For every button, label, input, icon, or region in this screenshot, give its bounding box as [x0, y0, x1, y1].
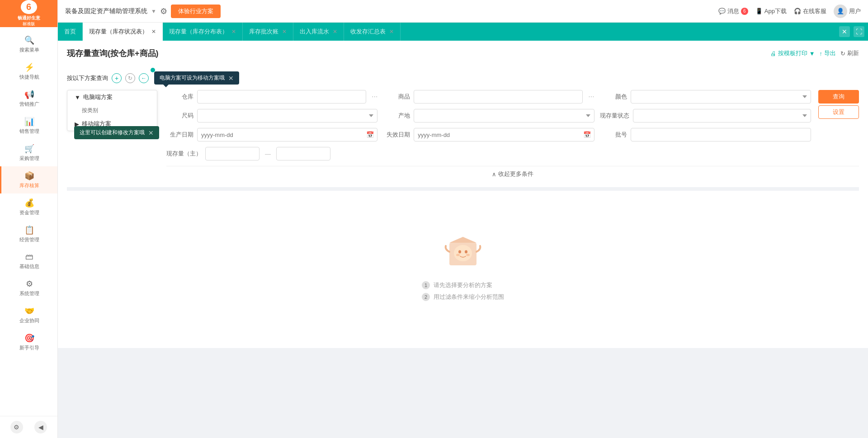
sidebar-item-inventory[interactable]: 📦 库存核算: [0, 166, 57, 193]
page-content: 现存量查询(按仓库+商品) 🖨 按模板打印 ▼ ↑ 导出 ↻ 刷新: [58, 41, 868, 438]
sidebar-item-label: 资金管理: [19, 209, 39, 216]
tab-label: 收发存汇总表: [350, 28, 386, 36]
app-download-button[interactable]: 📱 App下载: [755, 7, 787, 15]
tab-batch[interactable]: 库存批次账 ✕: [243, 23, 293, 41]
tab-inventory-status[interactable]: 现存量（库存状况表） ✕: [83, 23, 163, 41]
page-actions: 🖨 按模板打印 ▼ ↑ 导出 ↻ 刷新: [770, 49, 859, 57]
export-label: 导出: [824, 49, 836, 57]
app-download-label: App下载: [764, 7, 787, 15]
sidebar-item-label: 搜索菜单: [19, 47, 39, 53]
message-button[interactable]: 💬 消息 6: [718, 7, 748, 15]
sidebar-item-label: 销售管理: [19, 128, 39, 135]
industry-solution-button[interactable]: 体验行业方案: [171, 5, 221, 18]
sidebar-item-basic[interactable]: 🗃 基础信息: [0, 248, 57, 274]
topbar-right: 💬 消息 6 📱 App下载 🎧 在线客服 👤 用户: [718, 5, 861, 18]
filter-produce-date: 生产日期 📅: [166, 128, 377, 141]
filter-row-1: 仓库 ··· 商品 ··· 颜色: [166, 90, 811, 104]
batch-num-input[interactable]: [631, 128, 811, 141]
empty-steps: 1 请先选择要分析的方案 2 用过滤条件来缩小分析范围: [422, 281, 504, 305]
filter-row-3: 生产日期 📅 失效日期: [166, 128, 811, 141]
filter-row-2: 尺码 产地: [166, 109, 811, 122]
home-label: 首页: [64, 28, 76, 36]
goods-input[interactable]: [414, 90, 583, 104]
tabs-fullscreen-button[interactable]: ⛶: [854, 26, 864, 37]
stock-qty-to-input[interactable]: [276, 147, 330, 160]
settings-button[interactable]: ⚙: [10, 421, 23, 433]
sidebar-item-label: 快捷导航: [19, 74, 39, 80]
expire-date-from-input[interactable]: [414, 128, 594, 141]
stock-qty-from-input[interactable]: [205, 147, 259, 160]
warehouse-input[interactable]: [197, 90, 366, 104]
sidebar-item-quicknav[interactable]: ⚡ 快捷导航: [0, 58, 57, 85]
sidebar-item-system[interactable]: ⚙ 系统管理: [0, 274, 57, 301]
message-icon: 💬: [718, 8, 726, 14]
sidebar-item-purchase[interactable]: 🛒 采购管理: [0, 139, 57, 166]
section-divider: [67, 187, 859, 191]
sidebar-item-sales[interactable]: 📊 销售管理: [0, 112, 57, 139]
sidebar-item-marketing[interactable]: 📢 营销推广: [0, 85, 57, 112]
tab-close-icon[interactable]: ✕: [282, 28, 287, 35]
refresh-button[interactable]: ↻ 刷新: [840, 49, 859, 57]
sidebar-item-label: 经营管理: [19, 236, 39, 243]
origin-select[interactable]: [414, 109, 594, 122]
schema-tree-item-desktop[interactable]: ▼ 电脑端方案: [67, 90, 157, 104]
batch-num-label: 批号: [600, 131, 627, 139]
tab-close-icon[interactable]: ✕: [151, 28, 156, 35]
search-button[interactable]: 查询: [818, 90, 859, 104]
empty-state: 1 请先选择要分析的方案 2 用过滤条件来缩小分析范围: [67, 191, 859, 341]
tab-close-icon[interactable]: ✕: [389, 28, 394, 35]
goods-more-icon[interactable]: ···: [588, 93, 594, 101]
export-button[interactable]: ↑ 导出: [820, 49, 836, 57]
collapse-conditions-button[interactable]: ∧ 收起更多条件: [166, 166, 859, 182]
tab-close-icon[interactable]: ✕: [231, 28, 236, 35]
print-button[interactable]: 🖨 按模板打印 ▼: [770, 49, 815, 57]
tab-inventory-dist[interactable]: 现存量（库存分布表） ✕: [163, 23, 243, 41]
user-menu-button[interactable]: 👤 用户: [834, 5, 861, 18]
color-select[interactable]: [631, 90, 811, 104]
basic-icon: 🗃: [25, 252, 33, 262]
print-label: 按模板打印: [778, 49, 807, 57]
back-scheme-button[interactable]: ←: [139, 73, 149, 83]
refresh-scheme-button[interactable]: ↻: [125, 73, 135, 83]
add-scheme-button[interactable]: +: [112, 73, 122, 83]
scheme-tooltip: 电脑方案可设为移动方案哦 ✕: [154, 71, 239, 85]
edit-tooltip-text: 这里可以创建和修改方案哦: [80, 129, 145, 137]
sidebar-item-search[interactable]: 🔍 搜索菜单: [0, 31, 57, 58]
marketing-icon: 📢: [24, 89, 34, 99]
logo-symbol: 6: [26, 2, 31, 12]
tab-close-icon[interactable]: ✕: [333, 28, 337, 35]
sidebar-item-guide[interactable]: 🎯 新手引导: [0, 329, 57, 356]
warehouse-label: 仓库: [166, 93, 193, 101]
edit-tooltip-close[interactable]: ✕: [148, 129, 154, 137]
sidebar-item-finance[interactable]: 💰 资金管理: [0, 193, 57, 221]
tab-inout[interactable]: 出入库流水 ✕: [293, 23, 344, 41]
settings-icon[interactable]: ⚙: [160, 6, 167, 16]
scheme-tooltip-close[interactable]: ✕: [228, 75, 234, 82]
tabs-close-all-button[interactable]: ✕: [839, 26, 850, 37]
warehouse-more-icon[interactable]: ···: [372, 93, 377, 101]
color-label: 颜色: [600, 93, 627, 101]
sidebar-item-enterprise[interactable]: 🤝 企业协同: [0, 301, 57, 329]
operations-icon: 📋: [24, 225, 34, 235]
user-label: 用户: [849, 7, 861, 15]
main-content: 装备及固定资产辅助管理系统 ▼ ⚙ 体验行业方案 💬 消息 6 📱 App下载 …: [58, 0, 868, 438]
collapse-sidebar-button[interactable]: ◀: [34, 421, 47, 433]
stock-status-select[interactable]: [633, 109, 811, 122]
goods-label: 商品: [383, 93, 410, 101]
phone-icon: 📱: [755, 8, 763, 14]
empty-step-2: 2 用过滤条件来缩小分析范围: [422, 293, 504, 301]
logo-title: 畅通好生意: [18, 15, 40, 21]
online-service-button[interactable]: 🎧 在线客服: [794, 7, 826, 15]
tab-home[interactable]: 首页: [58, 23, 83, 41]
produce-date-from-input[interactable]: [197, 128, 377, 141]
svg-point-5: [466, 254, 470, 256]
topbar-left: 装备及固定资产辅助管理系统 ▼ ⚙ 体验行业方案: [65, 5, 221, 18]
inventory-icon: 📦: [24, 171, 34, 181]
reset-button[interactable]: 设置: [818, 105, 859, 119]
tab-summary[interactable]: 收发存汇总表 ✕: [344, 23, 401, 41]
schema-tree-item-category[interactable]: 按类别: [67, 104, 157, 117]
sidebar-item-operations[interactable]: 📋 经营管理: [0, 221, 57, 248]
step-num-2: 2: [422, 293, 430, 301]
size-select[interactable]: [197, 109, 377, 122]
content-area: 现存量查询(按仓库+商品) 🖨 按模板打印 ▼ ↑ 导出 ↻ 刷新: [58, 41, 868, 348]
